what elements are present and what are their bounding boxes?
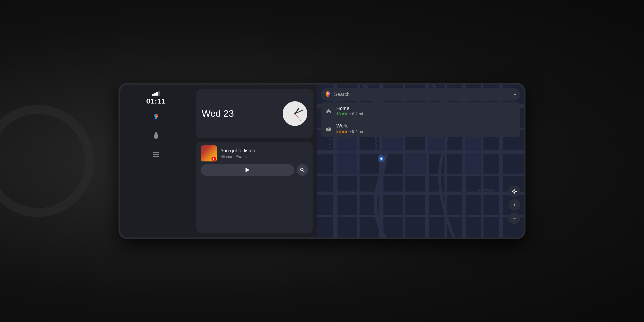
home-label: Home [336, 106, 363, 111]
work-label: Work [336, 123, 363, 129]
svg-point-14 [155, 156, 157, 158]
svg-text:W Bertona St: W Bertona St [478, 188, 493, 191]
nav-overlay: Search Home 18 min • 8.2 mi [321, 88, 520, 137]
svg-point-15 [157, 156, 159, 158]
play-button[interactable] [201, 164, 294, 176]
zoom-in-button[interactable]: + [508, 199, 520, 211]
svg-point-12 [157, 154, 159, 156]
svg-rect-44 [406, 153, 426, 174]
clock-card: Wed 23 [196, 89, 312, 138]
voice-assistant-button[interactable] [149, 110, 163, 124]
svg-rect-55 [328, 128, 330, 128]
music-text: You got to listen Michael Evans [220, 148, 255, 159]
maps-icon [324, 91, 332, 98]
home-icon [325, 107, 333, 115]
svg-point-9 [157, 152, 159, 154]
search-bar[interactable]: Search [321, 88, 520, 100]
svg-point-13 [153, 156, 155, 158]
svg-point-56 [513, 190, 516, 192]
svg-point-11 [155, 154, 157, 156]
home-detail: 18 min • 8.2 mi [336, 112, 363, 116]
svg-rect-4 [156, 120, 156, 120]
android-auto-display: 01:11 [118, 83, 526, 239]
svg-line-17 [303, 170, 304, 172]
music-controls [201, 164, 308, 176]
artist-name: Michael Evans [220, 154, 255, 159]
svg-point-7 [153, 152, 155, 154]
svg-rect-3 [154, 119, 158, 120]
work-info: Work 23 min • 9.4 mi [336, 123, 363, 134]
time-display: 01:11 [146, 97, 166, 105]
second-hand [295, 113, 302, 121]
song-title: You got to listen [220, 148, 255, 154]
svg-rect-53 [326, 128, 331, 131]
clock-face [283, 101, 307, 126]
destinations-list: Home 18 min • 8.2 mi [321, 102, 520, 137]
svg-text:15th Ave W: 15th Ave W [329, 138, 332, 151]
music-card: You got to listen Michael Evans [196, 142, 312, 233]
map-panel[interactable]: 15th Ave W 22nd Ave W W Bertona St Sear [317, 84, 524, 238]
destination-work[interactable]: Work 23 min • 9.4 mi [321, 120, 520, 137]
status-bar: 01:11 [146, 91, 166, 105]
notifications-button[interactable] [149, 128, 163, 143]
center-panel: Wed 23 You got to listen [192, 84, 317, 238]
chevron-up-icon [514, 94, 516, 95]
svg-point-5 [156, 138, 157, 139]
svg-point-8 [155, 152, 157, 154]
left-sidebar: 01:11 [120, 84, 192, 238]
album-art [201, 145, 217, 162]
youtube-badge [212, 158, 216, 160]
work-detail: 23 min • 9.4 mi [336, 129, 363, 134]
search-music-button[interactable] [296, 164, 308, 176]
signal-icon [152, 91, 160, 96]
search-text: Search [334, 92, 511, 97]
destination-home[interactable]: Home 18 min • 8.2 mi [321, 102, 520, 120]
work-icon [325, 124, 333, 132]
zoom-out-button[interactable]: − [508, 212, 520, 224]
svg-rect-39 [336, 153, 357, 174]
home-info: Home 18 min • 8.2 mi [336, 106, 363, 116]
map-controls: + − [508, 186, 520, 224]
music-info: You got to listen Michael Evans [201, 145, 308, 162]
my-location-button[interactable] [508, 186, 520, 197]
svg-text:22nd Ave W: 22nd Ave W [374, 137, 377, 151]
svg-rect-45 [465, 153, 481, 174]
svg-rect-6 [156, 132, 157, 133]
date-label: Wed 23 [202, 108, 234, 119]
svg-point-51 [380, 158, 382, 160]
svg-point-10 [153, 154, 155, 156]
apps-grid-button[interactable] [149, 147, 163, 162]
